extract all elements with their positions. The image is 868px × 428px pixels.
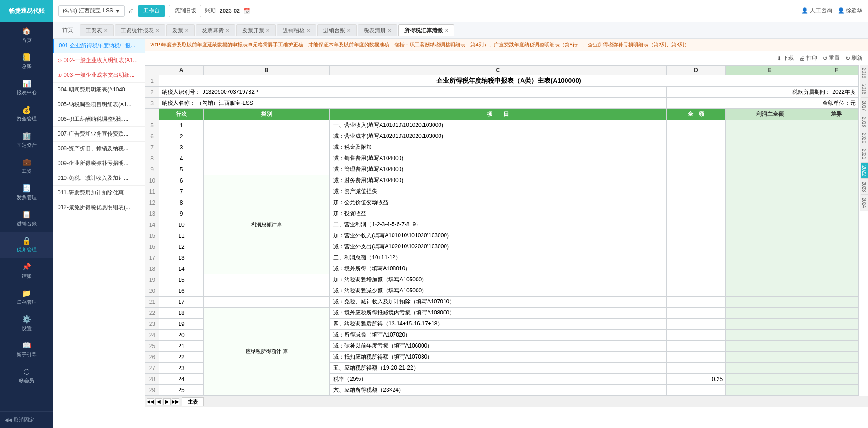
amount-23[interactable]	[666, 363, 726, 374]
left-panel-item-011[interactable]: 011-研发费用加计扣除优惠...	[53, 186, 145, 200]
profit-amount-6[interactable]	[726, 175, 814, 186]
tab-close-income-tax[interactable]: ✕	[445, 28, 448, 33]
left-panel-item-004[interactable]: 004-期间费用明细表(A1040...	[53, 83, 145, 97]
ai-consult[interactable]: 👤 人工咨询	[801, 7, 832, 15]
diff-12[interactable]	[814, 241, 858, 252]
sidebar-item-invoices[interactable]: 🧾发票管理	[0, 179, 53, 205]
amount-3[interactable]	[666, 142, 726, 153]
tab-close-sales-check[interactable]: ✕	[307, 28, 310, 33]
year-nav-2021[interactable]: 2021	[861, 146, 868, 162]
year-nav-2022[interactable]: 2022	[861, 163, 868, 179]
left-panel-item-005[interactable]: 005-纳税调整项目明细表(A1...	[53, 97, 145, 112]
amount-20[interactable]	[666, 330, 726, 341]
switch-old-button[interactable]: 切到旧版	[169, 5, 201, 17]
profit-amount-11[interactable]	[726, 230, 814, 241]
tab-close-payroll-stats[interactable]: ✕	[156, 28, 159, 33]
left-panel-item-001[interactable]: 001-企业所得税年度纳税申报...	[53, 39, 145, 53]
diff-22[interactable]	[814, 352, 858, 363]
diff-8[interactable]	[814, 197, 858, 208]
profit-amount-18[interactable]	[726, 308, 814, 319]
sidebar-item-settings[interactable]: ⚙️设置	[0, 310, 53, 337]
profit-amount-10[interactable]	[726, 219, 814, 230]
amount-18[interactable]	[666, 308, 726, 319]
profit-amount-20[interactable]	[726, 330, 814, 341]
print-icon[interactable]: 🖨	[128, 8, 134, 14]
profit-amount-24[interactable]	[726, 374, 814, 385]
tab-invoice-open[interactable]: 发票开票✕	[236, 24, 276, 36]
diff-19[interactable]	[814, 319, 858, 330]
sidebar-item-reports[interactable]: 📊报表中心	[0, 74, 53, 101]
left-panel-item-007[interactable]: 007-广告费和业务宣传费跌...	[53, 127, 145, 142]
tab-close-tax-clear[interactable]: ✕	[388, 28, 391, 33]
diff-10[interactable]	[814, 219, 858, 230]
diff-17[interactable]	[814, 297, 858, 308]
tab-sales-check[interactable]: 进销稽核✕	[277, 24, 316, 36]
left-panel-item-002[interactable]: ⊙ 002-一般企业收入明细表(A1...	[53, 53, 145, 68]
tab-close-sales-ledger[interactable]: ✕	[347, 28, 351, 33]
sheet-nav-next[interactable]: ▶	[163, 398, 171, 405]
sidebar-item-assets[interactable]: 🏢固定资产	[0, 127, 53, 153]
sidebar-item-member[interactable]: ⬡畅会员	[0, 363, 53, 389]
amount-8[interactable]	[666, 197, 726, 208]
workbench-button[interactable]: 工作台	[138, 5, 165, 17]
sidebar-item-capital[interactable]: 💰资金管理	[0, 101, 53, 127]
sheet-nav-first[interactable]: ◀◀	[147, 398, 154, 405]
profit-amount-9[interactable]	[726, 208, 814, 219]
profit-amount-15[interactable]	[726, 274, 814, 285]
year-nav-2016[interactable]: 2016	[861, 81, 868, 97]
diff-18[interactable]	[814, 308, 858, 319]
profit-amount-13[interactable]	[726, 252, 814, 263]
profit-amount-7[interactable]	[726, 186, 814, 197]
profit-amount-4[interactable]	[726, 153, 814, 164]
diff-3[interactable]	[814, 142, 858, 153]
diff-13[interactable]	[814, 252, 858, 263]
download-button[interactable]: ⬇ 下载	[777, 54, 794, 62]
amount-4[interactable]	[666, 153, 726, 164]
profit-amount-8[interactable]	[726, 197, 814, 208]
amount-24[interactable]: 0.25	[666, 374, 726, 385]
diff-21[interactable]	[814, 341, 858, 352]
amount-5[interactable]	[666, 164, 726, 175]
diff-9[interactable]	[814, 208, 858, 219]
amount-15[interactable]	[666, 274, 726, 285]
user-info[interactable]: 👤 徐遥华	[838, 7, 862, 15]
profit-amount-19[interactable]	[726, 319, 814, 330]
profit-amount-12[interactable]	[726, 241, 814, 252]
sheet-nav-last[interactable]: ▶▶	[172, 398, 179, 405]
diff-24[interactable]	[814, 374, 858, 385]
sidebar-item-home[interactable]: 🏠首页	[0, 22, 53, 48]
amount-2[interactable]	[666, 131, 726, 142]
tab-invoice-calc[interactable]: 发票算费✕	[196, 24, 235, 36]
sidebar-item-archive[interactable]: 📁归档管理	[0, 284, 53, 310]
diff-16[interactable]	[814, 285, 858, 297]
profit-amount-25[interactable]	[726, 385, 814, 396]
amount-17[interactable]	[666, 297, 726, 308]
amount-6[interactable]	[666, 175, 726, 186]
year-nav-2020[interactable]: 2020	[861, 130, 868, 146]
profit-amount-21[interactable]	[726, 341, 814, 352]
amount-16[interactable]	[666, 285, 726, 297]
sheet-tab-main[interactable]: 主表	[182, 397, 204, 406]
diff-23[interactable]	[814, 363, 858, 374]
company-selector[interactable]: (勾销) 江西服宝-LSS ▼	[58, 5, 125, 17]
profit-amount-22[interactable]	[726, 352, 814, 363]
diff-7[interactable]	[814, 186, 858, 197]
sidebar-item-ledger[interactable]: 📒总账	[0, 48, 53, 74]
tab-income-tax[interactable]: 所得税汇算清缴✕	[398, 24, 454, 36]
calendar-icon[interactable]: 📅	[243, 8, 250, 14]
amount-21[interactable]	[666, 341, 726, 352]
amount-1[interactable]	[666, 120, 726, 131]
diff-1[interactable]	[814, 120, 858, 131]
year-nav-2023[interactable]: 2023	[861, 179, 868, 195]
tab-home[interactable]: 首页	[57, 24, 79, 36]
diff-25[interactable]	[814, 385, 858, 396]
amount-12[interactable]	[666, 241, 726, 252]
sidebar-item-sales[interactable]: 📋进销台账	[0, 205, 53, 232]
diff-15[interactable]	[814, 274, 858, 285]
amount-13[interactable]	[666, 252, 726, 263]
print-button[interactable]: 🖨 打印	[799, 54, 817, 62]
tab-close-payroll[interactable]: ✕	[104, 28, 108, 33]
left-panel-item-008[interactable]: 008-资产折旧、摊销及纳税...	[53, 142, 145, 156]
amount-14[interactable]	[666, 263, 726, 274]
tab-close-invoice-calc[interactable]: ✕	[226, 28, 229, 33]
